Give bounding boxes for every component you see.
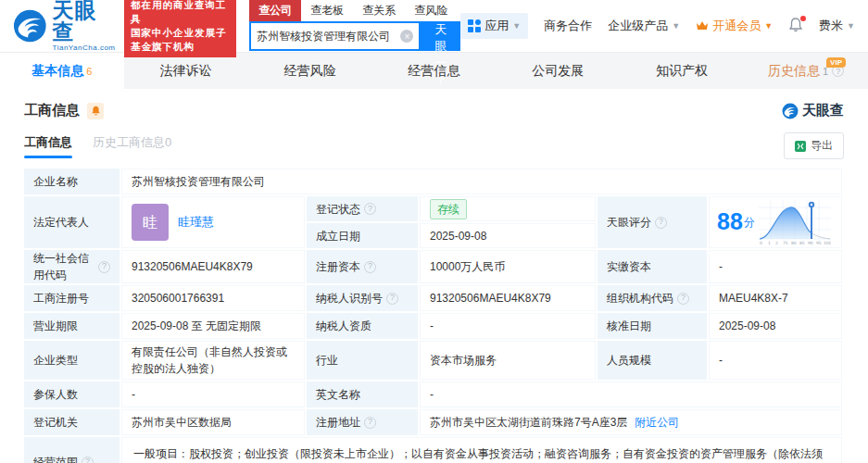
business-info-table: 企业名称 苏州智核投资管理有限公司 法定代表人 眭 眭瑾慧 登记状态 ? 存续 … [24,169,844,463]
business-coop-menu[interactable]: 商务合作 [544,18,592,34]
paid-capital-value: - [709,250,842,283]
reg-no-value: 320506001766391 [121,285,305,311]
apps-menu[interactable]: 应用 ▼ [460,13,528,39]
promo-line2: 国家中小企业发展子基金旗下机构 [131,26,230,54]
table-row: 企业类型 有限责任公司（非自然人投资或控股的法人独资） 行业 资本市场服务 人员… [24,341,844,380]
tab-company-development[interactable]: 公司发展 [496,53,620,89]
taxpayer-quali-value: - [420,313,596,339]
score-label: 天眼评分 ? [598,196,707,248]
help-icon[interactable]: ? [677,293,689,305]
tab-operation-info[interactable]: 经营信息 [372,53,497,89]
table-row: 参保人数 - 英文名称 - [24,382,844,407]
help-icon[interactable]: ? [364,203,376,215]
help-icon[interactable]: ? [364,261,376,273]
crown-icon [696,20,709,31]
search-input[interactable] [257,30,400,43]
apps-label: 应用 [484,18,509,34]
reg-address-label: 注册地址 ? [307,409,418,435]
svg-text:100: 100 [824,241,831,245]
vip-badge: VIP [826,57,846,68]
username: 费米 [819,18,843,34]
search-tab-risk[interactable]: 查风险 [405,0,457,21]
english-name-value: - [420,382,842,407]
insured-count-label: 参保人数 [24,382,120,407]
reg-authority-value: 苏州市吴中区数据局 [121,409,305,435]
staff-size-label: 人员规模 [598,341,707,380]
table-row: 企业名称 苏州智核投资管理有限公司 [24,169,844,194]
subscribe-bell-button[interactable] [87,103,104,119]
reg-status-label: 登记状态 ? [307,196,418,221]
svg-text:2: 2 [775,241,778,245]
svg-text:0: 0 [760,241,762,245]
top-header: 天眼查 TianYanCha.com 都在用的商业查询工具 国家中小企业发展子基… [0,0,868,52]
tab-history-info[interactable]: VIP 历史信息 1 ? [744,53,868,89]
nearby-companies-link[interactable]: 附近公司 [635,414,679,431]
enterprise-product-menu[interactable]: 企业级产品 ▼ [608,18,680,34]
company-name-label: 企业名称 [24,169,120,194]
status-badge: 存续 [430,199,467,219]
svg-text:95: 95 [816,241,822,245]
chevron-down-icon: ▼ [847,21,855,31]
tianyancha-watermark: 天眼查 [782,102,844,119]
industry-label: 行业 [307,341,418,380]
help-icon[interactable]: ? [364,417,376,429]
chevron-down-icon: ▼ [672,21,680,31]
reg-authority-label: 登记机关 [24,409,120,435]
section-title: 工商信息 [24,102,80,119]
help-icon[interactable]: ? [386,293,398,305]
business-scope-label: 经营范围 ? [24,437,120,463]
search-tab-company[interactable]: 查公司 [249,0,301,21]
paid-capital-label: 实缴资本 [598,250,707,283]
reg-address-value: 苏州市吴中区太湖街道前珠路7号A座3层 附近公司 [420,409,842,435]
search-button[interactable]: 天眼一下 [421,21,460,51]
help-icon[interactable]: ? [98,261,110,273]
reg-capital-label: 注册资本 ? [307,250,418,283]
business-scope-value: 一般项目：股权投资；创业投资（限投资未上市企业）；以自有资金从事投资活动；融资咨… [121,437,842,463]
tab-intellectual-property[interactable]: 知识产权 [620,53,744,89]
svg-text:85: 85 [799,241,805,245]
subtab-history-business-info[interactable]: 历史工商信息0 [93,134,171,158]
reg-status-value: 存续 [420,196,596,221]
subtab-business-info[interactable]: 工商信息 [24,134,72,158]
table-row: 法定代表人 眭 眭瑾慧 登记状态 ? 存续 成立日期 2025-09-08 天眼… [24,196,844,248]
table-row: 统一社会信用代码 ? 91320506MAEU4K8X79 注册资本 ? 100… [24,250,844,283]
business-info-section: 工商信息 天眼查 工商信息 历史工商信息0 导出 [0,89,868,463]
establish-date-value: 2025-09-08 [420,223,596,248]
org-code-label: 组织机构代码 ? [598,285,707,311]
tianyan-score-cell[interactable]: 88 分 [709,196,842,248]
export-button[interactable]: 导出 [784,132,844,159]
excel-icon [795,141,806,152]
taxpayer-id-label: 纳税人识别号 ? [307,285,418,311]
uscc-label: 统一社会信用代码 ? [24,250,120,283]
notification-bell[interactable] [788,18,803,35]
legal-rep-avatar[interactable]: 眭 [132,204,169,241]
reg-capital-value: 10000万人民币 [420,250,596,283]
svg-text:1: 1 [768,241,771,245]
open-vip-menu[interactable]: 开通会员 ▼ [696,18,773,34]
search-tab-relation[interactable]: 查关系 [353,0,405,21]
clear-input-icon[interactable]: × [400,30,413,43]
tab-legal-litigation[interactable]: 法律诉讼 [124,53,248,89]
company-type-label: 企业类型 [24,341,120,380]
help-icon[interactable]: ? [82,457,94,463]
search-block: 查公司 查老板 查关系 查风险 × 天眼一下 [249,1,460,51]
legal-rep-label: 法定代表人 [24,196,120,248]
chevron-down-icon: ▼ [512,21,521,31]
tab-operation-risk[interactable]: 经营风险 [248,53,372,89]
tab-basic-info[interactable]: 基本信息 6 [0,53,124,89]
establish-date-label: 成立日期 [307,223,418,248]
legal-rep-link[interactable]: 眭瑾慧 [178,213,214,232]
industry-value: 资本市场服务 [420,341,596,380]
table-row: 经营范围 ? 一般项目：股权投资；创业投资（限投资未上市企业）；以自有资金从事投… [24,437,844,463]
taxpayer-id-value: 91320506MAEU4K8X79 [420,285,596,311]
help-icon[interactable]: ? [655,217,667,229]
tianyancha-logo[interactable]: 天眼查 TianYanCha.com [13,0,117,52]
bell-icon [91,106,101,116]
search-tab-boss[interactable]: 查老板 [301,0,353,21]
svg-text:75: 75 [783,241,788,245]
user-menu[interactable]: 费米 ▼ [819,18,855,34]
company-nav-tabs: 基本信息 6 法律诉讼 经营风险 经营信息 公司发展 知识产权 VIP 历史信息… [0,52,868,89]
notification-dot [800,16,806,21]
org-code-value: MAEU4K8X-7 [709,285,842,311]
logo-swirl-icon [782,103,799,119]
